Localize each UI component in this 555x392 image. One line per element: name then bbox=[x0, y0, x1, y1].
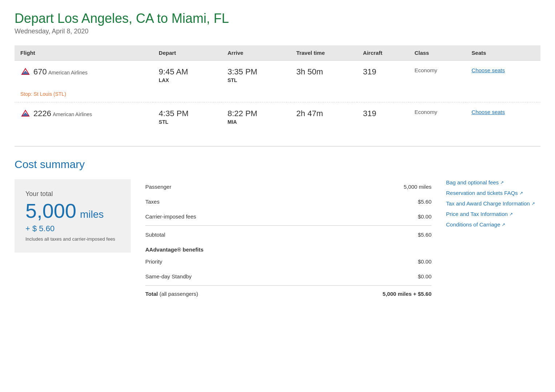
page-title: Depart Los Angeles, CA to Miami, FL bbox=[15, 11, 540, 26]
flight-1-airline: American Airlines bbox=[48, 70, 88, 75]
external-link-icon: ↗ bbox=[519, 191, 523, 196]
col-flight: Flight bbox=[15, 45, 153, 61]
cost-row-taxes: Taxes $5.60 bbox=[145, 194, 432, 209]
flight-2-class: Economy bbox=[409, 102, 466, 132]
subtotal-divider bbox=[145, 225, 432, 226]
flight-1-depart: 9:45 AM LAX bbox=[153, 61, 222, 90]
flight-1-aircraft: 319 bbox=[357, 61, 409, 90]
cost-row-priority: Priority $0.00 bbox=[145, 254, 432, 269]
miles-word: miles bbox=[80, 209, 104, 220]
col-travel-time: Travel time bbox=[291, 45, 357, 61]
flight-1-travel-time: 3h 50m bbox=[291, 61, 357, 90]
reservation-faqs-link[interactable]: Reservation and tickets FAQs ↗ bbox=[446, 190, 540, 196]
cost-section-title: Cost summary bbox=[15, 158, 540, 171]
external-link-icon: ↗ bbox=[531, 201, 535, 206]
your-total-label: Your total bbox=[25, 190, 120, 198]
col-arrive: Arrive bbox=[222, 45, 290, 61]
cost-row-carrier-fees: Carrier-imposed fees $0.00 bbox=[145, 209, 432, 224]
tax-award-link[interactable]: Tax and Award Charge Information ↗ bbox=[446, 200, 540, 207]
flight-2-travel-time: 2h 47m bbox=[291, 102, 357, 132]
col-class: Class bbox=[409, 45, 466, 61]
flight-2-arrive: 8:22 PM MIA bbox=[222, 102, 290, 132]
price-tax-link[interactable]: Price and Tax Information ↗ bbox=[446, 211, 540, 217]
table-header-row: Flight Depart Arrive Travel time Aircraf… bbox=[15, 45, 540, 61]
page-subtitle: Wednesday, April 8, 2020 bbox=[15, 28, 540, 35]
flight-1-stop-row: Stop: St Louis (STL) bbox=[15, 90, 540, 102]
col-aircraft: Aircraft bbox=[357, 45, 409, 61]
total-note: Includes all taxes and carrier-imposed f… bbox=[25, 236, 120, 242]
cost-links: Bag and optional fees ↗ Reservation and … bbox=[446, 179, 540, 228]
flight-1-seats[interactable]: Choose seats bbox=[466, 61, 540, 90]
cost-row-passenger: Passenger 5,000 miles bbox=[145, 179, 432, 194]
cost-row-sameday-standby: Same-day Standby $0.00 bbox=[145, 269, 432, 284]
flight-1-class: Economy bbox=[409, 61, 466, 90]
flight-1-arrive: 3:35 PM STL bbox=[222, 61, 290, 90]
flight-1-number: 670 bbox=[33, 67, 47, 76]
flight-1-info: 670 American Airlines bbox=[15, 61, 153, 90]
section-divider bbox=[15, 146, 540, 147]
aadvantage-header: AAdvantage® benefits bbox=[145, 242, 432, 254]
cost-row-subtotal: Subtotal $5.60 bbox=[145, 227, 432, 242]
american-airlines-icon-2 bbox=[20, 110, 31, 118]
external-link-icon: ↗ bbox=[509, 212, 513, 217]
flight-2-seats[interactable]: Choose seats bbox=[466, 102, 540, 132]
flight-table: Flight Depart Arrive Travel time Aircraf… bbox=[15, 45, 540, 131]
conditions-of-carriage-link[interactable]: Conditions of Carriage ↗ bbox=[446, 221, 540, 228]
cost-breakdown: Passenger 5,000 miles Taxes $5.60 Carrie… bbox=[131, 179, 446, 302]
table-row: 670 American Airlines 9:45 AM LAX 3:35 P… bbox=[15, 61, 540, 90]
flight-2-info: 2226 American Airlines bbox=[15, 102, 153, 132]
flight-2-airline: American Airlines bbox=[53, 111, 92, 117]
flight-1-stop: Stop: St Louis (STL) bbox=[15, 90, 540, 102]
external-link-icon: ↗ bbox=[500, 180, 504, 185]
col-seats: Seats bbox=[466, 45, 540, 61]
table-row: 2226 American Airlines 4:35 PM STL 8:22 … bbox=[15, 102, 540, 132]
flight-2-number: 2226 bbox=[33, 109, 51, 118]
total-miles-value: 5,000 bbox=[25, 201, 76, 221]
flight-2-aircraft: 319 bbox=[357, 102, 409, 132]
flight-2-depart: 4:35 PM STL bbox=[153, 102, 222, 132]
total-plus-fees: + $ 5.60 bbox=[25, 224, 120, 233]
cost-total-box: Your total 5,000 miles + $ 5.60 Includes… bbox=[15, 179, 131, 253]
external-link-icon: ↗ bbox=[502, 222, 505, 227]
bag-fees-link[interactable]: Bag and optional fees ↗ bbox=[446, 179, 540, 185]
american-airlines-icon bbox=[20, 68, 31, 76]
col-depart: Depart bbox=[153, 45, 222, 61]
cost-total-row: Total (all passengers) 5,000 miles + $5.… bbox=[145, 285, 432, 302]
cost-layout: Your total 5,000 miles + $ 5.60 Includes… bbox=[15, 179, 540, 302]
